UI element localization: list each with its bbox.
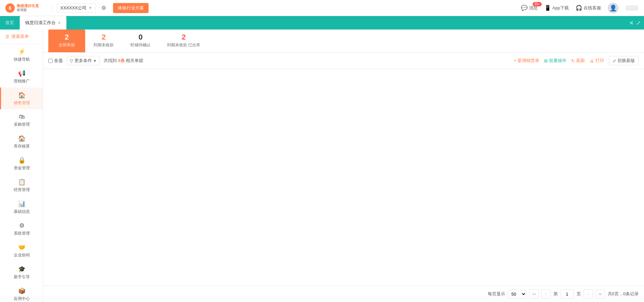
username-placeholder <box>625 5 639 11</box>
switch-version-button[interactable]: ⤢ 切换新版 <box>609 56 639 65</box>
stat-label-overdue: 到期未收款 <box>94 42 114 48</box>
top-right-area: 💬 消息 99+ 📱 App下载 🎧 在线客服 👤 <box>521 3 639 13</box>
table-area <box>43 69 644 286</box>
page-label: 第 <box>553 291 558 297</box>
sidebar-item-system[interactable]: ⚙ 系统管理 <box>0 218 43 240</box>
stat-tab-all[interactable]: 2 全部单据 <box>48 29 85 52</box>
sidebar-item-label: 资金管理 <box>14 165 30 171</box>
stat-number-pending: 0 <box>139 34 143 41</box>
stat-tab-overdue-unshipped[interactable]: 2 到期未收款 已出库 <box>159 29 208 52</box>
per-page-select[interactable]: 50 10 20 100 <box>508 290 527 298</box>
enterprise-icon: 🤝 <box>18 244 25 251</box>
operations-icon: 📋 <box>18 178 25 186</box>
sidebar-item-label: 系统管理 <box>14 231 30 236</box>
guide-icon: 🎓 <box>18 265 25 273</box>
messages-badge: 99+ <box>533 2 542 6</box>
first-page-button[interactable]: ⏮ <box>529 289 539 299</box>
finance-icon: 🔒 <box>18 157 25 164</box>
sidebar-item-label: 采购管理 <box>14 122 30 127</box>
service-icon: 🎧 <box>576 5 582 11</box>
top-bar: 6 畅捷通好生意 标准版 XXXXXX公司 ▼ ⚙ 体验行业方案 💬 消息 99… <box>0 0 644 16</box>
app-download-icon: 📱 <box>544 5 551 11</box>
sidebar-item-label: 销售管理 <box>14 100 30 106</box>
last-page-button[interactable]: ⏭ <box>596 289 605 299</box>
sidebar-item-finance[interactable]: 🔒 资金管理 <box>0 153 43 174</box>
system-icon: ⚙ <box>19 222 24 229</box>
gear-icon: ⚙ <box>101 5 106 11</box>
stat-number-overdue: 2 <box>102 34 106 41</box>
content-area: 2 全部单据 2 到期未收款 0 旺铺待确认 2 到期未收款 已出库 全选 <box>43 29 644 302</box>
chevron-down-icon: ▼ <box>89 6 92 10</box>
add-sales-order-button[interactable]: + 新增销货单 <box>514 58 539 64</box>
tab-minimize-icon[interactable]: ✕ <box>629 20 634 26</box>
main-layout: ☰ 搜索菜单 ⚡ 快捷导航 📢 营销推广 🏠 销售管理 🛍 采购管理 🏠 库存核… <box>0 29 644 302</box>
select-all-input[interactable] <box>48 59 53 63</box>
sidebar-item-search-menu[interactable]: ☰ 搜索菜单 <box>0 29 43 44</box>
messages-button[interactable]: 💬 消息 99+ <box>521 5 538 11</box>
select-all-checkbox[interactable]: 全选 <box>48 58 63 64</box>
more-filter-button[interactable]: ▽ 更多条件 ▼ <box>67 56 100 65</box>
app-center-icon: 📦 <box>18 287 25 295</box>
logo-text: 畅捷通好生意 标准版 <box>17 4 39 12</box>
sidebar-item-label: 基础信息 <box>14 209 30 215</box>
next-page-button[interactable]: › <box>584 289 593 299</box>
tab-maximize-icon[interactable]: ⤢ <box>636 20 641 26</box>
sidebar-item-inventory[interactable]: 🏠 库存核算 <box>0 131 43 153</box>
pagination: 每页显示 50 10 20 100 ⏮ ‹ 第 1 页 › ⏭ 共0页，0条记录 <box>43 286 644 302</box>
sidebar-item-label: 库存核算 <box>14 143 30 149</box>
sidebar-item-quick-nav[interactable]: ⚡ 快捷导航 <box>0 44 43 66</box>
sidebar-item-basic-info[interactable]: 📊 基础信息 <box>0 196 43 218</box>
tab-bar: 首页 钱货日清工作台 ✕ ✕ ⤢ <box>0 16 644 29</box>
stat-label-all: 全部单据 <box>59 42 75 48</box>
stat-number-unshipped: 2 <box>182 34 186 41</box>
sidebar-item-marketing[interactable]: 📢 营销推广 <box>0 66 43 87</box>
logo-area: 6 畅捷通好生意 标准版 <box>5 3 48 13</box>
sidebar-item-enterprise[interactable]: 🤝 企业协同 <box>0 240 43 261</box>
sidebar-item-label: 应用中心 <box>14 296 30 302</box>
avatar[interactable]: 👤 <box>608 3 619 13</box>
sidebar-item-sales[interactable]: 🏠 销售管理 <box>0 87 43 109</box>
tab-cash-goods[interactable]: 钱货日清工作台 ✕ <box>20 16 66 29</box>
sidebar-item-operations[interactable]: 📋 经营管理 <box>0 174 43 196</box>
prev-page-button[interactable]: ‹ <box>541 289 551 299</box>
stat-number-all: 2 <box>65 34 69 41</box>
sidebar-item-label: 企业协同 <box>14 252 30 258</box>
online-service-button[interactable]: 🎧 在线客服 <box>576 5 601 11</box>
toolbar-right: + 新增销货单 ⊞ 批量操作 ↻ 刷新 🖨 打印 ⤢ 切换新版 <box>514 56 639 65</box>
tab-home[interactable]: 首页 <box>0 16 20 29</box>
stat-tab-overdue-unpaid[interactable]: 2 到期未收款 <box>85 29 122 52</box>
print-button[interactable]: 🖨 打印 <box>590 58 604 64</box>
sidebar: ☰ 搜索菜单 ⚡ 快捷导航 📢 营销推广 🏠 销售管理 🛍 采购管理 🏠 库存核… <box>0 29 43 302</box>
online-service-label: 在线客服 <box>584 5 601 11</box>
sidebar-item-label: 快捷导航 <box>14 57 30 62</box>
inventory-icon: 🏠 <box>18 135 25 142</box>
tab-bar-actions: ✕ ⤢ <box>629 20 644 26</box>
stat-tab-pending-confirm[interactable]: 0 旺铺待确认 <box>122 29 159 52</box>
company-name: XXXXXX公司 <box>60 5 87 11</box>
sidebar-item-label: 搜索菜单 <box>11 34 29 40</box>
result-count: 0条 <box>118 58 125 63</box>
company-selector[interactable]: XXXXXX公司 ▼ <box>57 3 96 13</box>
sidebar-item-purchase[interactable]: 🛍 采购管理 <box>0 109 43 131</box>
select-all-label: 全选 <box>54 58 63 64</box>
batch-operation-button[interactable]: ⊞ 批量操作 <box>544 58 567 64</box>
print-icon: 🖨 <box>590 58 594 63</box>
result-text: 共找到 0条 相关单据 <box>104 58 143 64</box>
stat-label-pending: 旺铺待确认 <box>130 42 151 48</box>
tab-close-icon[interactable]: ✕ <box>58 21 61 25</box>
refresh-button[interactable]: ↻ 刷新 <box>571 58 585 64</box>
chevron-down-icon: ▼ <box>93 59 97 63</box>
refresh-icon: ↻ <box>571 58 575 63</box>
sidebar-item-label: 新手引导 <box>14 274 30 280</box>
sidebar-item-app-center[interactable]: 📦 应用中心 <box>0 283 43 302</box>
toolbar: 全选 ▽ 更多条件 ▼ 共找到 0条 相关单据 + 新增销货单 ⊞ 批量操作 ↻ <box>43 53 644 69</box>
sidebar-item-label: 经营管理 <box>14 187 30 193</box>
sidebar-item-label: 营销推广 <box>14 78 30 84</box>
batch-icon: ⊞ <box>544 58 548 63</box>
app-download-label: App下载 <box>552 5 569 11</box>
app-download-button[interactable]: 📱 App下载 <box>544 5 569 11</box>
settings-button[interactable]: ⚙ <box>98 3 109 13</box>
trial-button[interactable]: 体验行业方案 <box>113 3 149 13</box>
page-input[interactable]: 1 <box>560 289 574 299</box>
sidebar-item-guide[interactable]: 🎓 新手引导 <box>0 261 43 283</box>
